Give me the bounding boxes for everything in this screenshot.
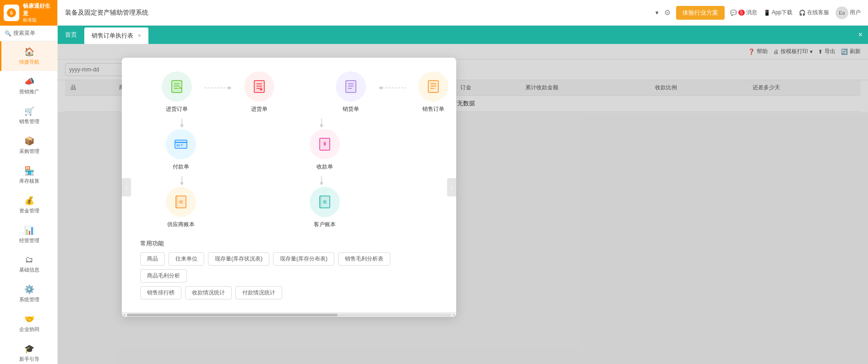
finance-icon: 💰 (24, 196, 34, 206)
sales-order-icon (418, 71, 448, 102)
func-btns-row1: 商品往来单位现存量(库存状况表)现存量(库存分布表)销售毛利分析表商品毛利分析 (140, 252, 438, 283)
flow-row-1: 进货订单 (140, 71, 438, 113)
scroll-right-arrow[interactable]: › (453, 312, 454, 317)
func-btn-商品[interactable]: 商品 (140, 252, 165, 266)
flow-item-sales-bill[interactable]: 销货单 (323, 71, 378, 113)
dropdown-arrow-icon: ▾ (655, 9, 659, 16)
search-menu[interactable]: 🔍 搜索菜单 (0, 26, 57, 41)
sidebar-item-inventory[interactable]: 🏪 库存核算 (0, 160, 57, 190)
common-functions-title: 常用功能 (140, 239, 438, 248)
flow-col-customer-ledger: 账 客户账本 (297, 187, 352, 228)
sidebar-item-finance[interactable]: 💰 资金管理 (0, 190, 57, 220)
sidebar-item-marketing[interactable]: 📣 营销推广 (0, 71, 57, 101)
marketing-icon: 📣 (24, 76, 34, 87)
purchase-bill-label: 进货单 (251, 105, 267, 113)
system-title: 装备及固定资产辅助管理系统 (65, 9, 650, 17)
func-btn-现存量(库存分布表)[interactable]: 现存量(库存分布表) (273, 252, 334, 266)
system-dropdown[interactable]: ▾ (655, 9, 659, 16)
sales-bill-icon (336, 71, 366, 102)
scroll-left-arrow[interactable]: ‹ (124, 312, 125, 317)
tab-sales-order-exec[interactable]: 销售订单执行表 × (84, 27, 148, 44)
svg-marker-41 (320, 182, 323, 185)
flow-col-sales-bill: 销货单 (323, 71, 378, 113)
tab-end-close-btn[interactable]: × (853, 26, 868, 44)
flow-col-receipt: ¥ 收款单 (297, 129, 352, 171)
func-btn-销售排行榜[interactable]: 销售排行榜 (140, 286, 181, 299)
customer-ledger-icon: 账 (310, 187, 340, 217)
inventory-icon: 🏪 (24, 166, 34, 176)
sales-order-label: 销售订单 (422, 105, 444, 113)
experience-btn[interactable]: 体验行业方案 (676, 6, 725, 20)
func-btn-销售毛利分析表[interactable]: 销售毛利分析表 (338, 252, 390, 266)
sidebar-item-purchase[interactable]: 📦 采购管理 (0, 130, 57, 160)
online-service-btn[interactable]: 🎧 在线客服 (799, 9, 829, 16)
receipt-label: 收款单 (317, 163, 333, 171)
receipt-icon: ¥ (310, 129, 340, 159)
down-arrows-row (140, 119, 438, 129)
flow-item-supplier-ledger[interactable]: 账 供应商账本 (153, 187, 208, 228)
svg-rect-45 (176, 196, 178, 208)
sidebar-item-newbie[interactable]: 🎓 新手引导 (0, 338, 57, 364)
flow-item-purchase-order[interactable]: 进货订单 (149, 71, 204, 113)
message-btn[interactable]: 💬 5 消息 (730, 9, 757, 16)
svg-text:账: 账 (323, 200, 327, 204)
logo-area: 6 畅康通好生意 标准版 (0, 0, 57, 26)
topbar-icons: 💬 5 消息 📱 App下载 🎧 在线客服 Ea 用户 (730, 6, 861, 19)
svg-text:¥: ¥ (181, 143, 183, 147)
down-arrow-sales-bill (294, 119, 349, 129)
search-icon: 🔍 (5, 30, 11, 37)
sidebar-item-operations[interactable]: 📊 经营管理 (0, 220, 57, 250)
popup-inner: 进货订单 (122, 58, 456, 312)
flow-col-payment: ¥ 付款单 (153, 129, 208, 171)
svg-text:¥: ¥ (323, 141, 327, 147)
flow-col-purchase-bill: 进货单 (232, 71, 287, 113)
popup-scrollbar[interactable]: ‹ › (122, 312, 456, 317)
func-btn-往来单位[interactable]: 往来单位 (169, 252, 204, 266)
sidebar-item-enterprise[interactable]: 🤝 企业协同 (0, 309, 57, 338)
supplier-ledger-label: 供应商账本 (167, 221, 195, 228)
svg-marker-27 (180, 125, 184, 128)
app-download-btn[interactable]: 📱 App下载 (764, 9, 792, 16)
svg-marker-20 (378, 86, 382, 90)
logo-text: 畅康通好生意 标准版 (23, 3, 54, 23)
tab-close-icon[interactable]: × (138, 33, 141, 39)
sales-icon: 🛒 (24, 106, 34, 116)
purchase-bill-icon (244, 71, 274, 102)
popup-nav-left[interactable]: ‹ (122, 178, 131, 196)
flow-item-customer-ledger[interactable]: 账 客户账本 (297, 187, 352, 228)
message-badge: 5 (738, 10, 745, 16)
popup-nav-right[interactable]: › (447, 178, 456, 196)
flow-item-payment[interactable]: ¥ 付款单 (153, 129, 208, 171)
flow-item-receipt[interactable]: ¥ 收款单 (297, 129, 352, 171)
sidebar-item-basic-info[interactable]: 🗂 基础信息 (0, 250, 57, 279)
svg-rect-33 (176, 144, 180, 147)
user-profile-btn[interactable]: Ea 用户 (835, 6, 861, 19)
download-icon: 📱 (764, 10, 770, 16)
sidebar-item-sales[interactable]: 🛒 销售管理 (0, 101, 57, 130)
main-content: 装备及固定资产辅助管理系统 ▾ ⚙ 体验行业方案 💬 5 消息 📱 App下载 … (58, 0, 868, 364)
popup-overlay: ‹ › (58, 44, 868, 364)
purchase-icon: 📦 (24, 136, 34, 146)
flow-item-purchase-bill[interactable]: 进货单 (232, 71, 287, 113)
avatar: Ea (835, 6, 848, 19)
func-btn-收款情况统计[interactable]: 收款情况统计 (185, 286, 232, 299)
content-area: ❓ 帮助 🖨 按模板打印 ▾ ⬆ 导出 🔄 刷新 (58, 44, 868, 364)
svg-marker-39 (180, 182, 184, 185)
flow-item-sales-order[interactable]: 销售订单 (406, 71, 456, 113)
svg-rect-21 (428, 81, 438, 92)
func-btn-商品毛利分析[interactable]: 商品毛利分析 (140, 269, 187, 283)
scrollbar-thumb[interactable] (127, 314, 338, 316)
sidebar-item-system[interactable]: ⚙️ 系统管理 (0, 279, 57, 309)
system-icon: ⚙️ (24, 284, 34, 294)
flow-row-3: 账 供应商账本 账 (140, 187, 438, 228)
purchase-order-label: 进货订单 (166, 105, 188, 113)
func-btn-付款情况统计[interactable]: 付款情况统计 (235, 286, 282, 299)
func-btn-现存量(库存状况表)[interactable]: 现存量(库存状况表) (208, 252, 269, 266)
settings-icon[interactable]: ⚙ (664, 8, 671, 17)
svg-text:6: 6 (10, 11, 13, 16)
supplier-ledger-icon: 账 (166, 187, 196, 217)
common-functions: 常用功能 商品往来单位现存量(库存状况表)现存量(库存分布表)销售毛利分析表商品… (140, 239, 438, 299)
sidebar-item-quick-nav[interactable]: 🏠 快捷导航 (0, 41, 57, 71)
tab-home[interactable]: 首页 (58, 26, 84, 44)
svg-rect-2 (172, 81, 182, 92)
